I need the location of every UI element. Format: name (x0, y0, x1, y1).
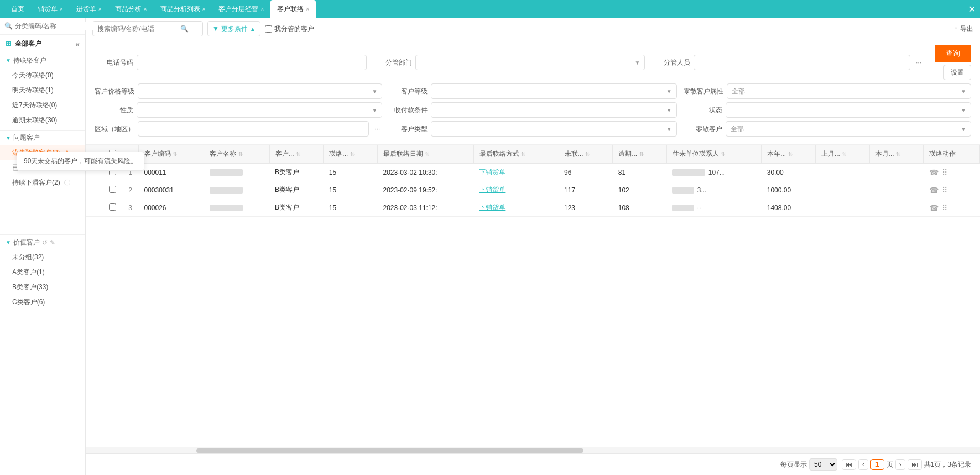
th-this-month[interactable]: 本月... ⇅ (869, 145, 924, 164)
th-last-method[interactable]: 最后联络方式 ⇅ (473, 145, 559, 164)
settings-button[interactable]: 设置 (943, 65, 971, 80)
sidebar-item-tomorrow[interactable]: 明天待联络(1) (0, 83, 85, 98)
th-overdue[interactable]: 逾期... ⇅ (613, 145, 667, 164)
tab-analysis-table[interactable]: 商品分析列表 × (154, 0, 212, 18)
last-page-btn[interactable]: ⏭ (908, 459, 922, 470)
tab-sales-close[interactable]: × (60, 6, 63, 12)
sort-icon-last-date[interactable]: ⇅ (425, 151, 429, 157)
payment-arrow: ▼ (666, 107, 672, 113)
sidebar-group-pending[interactable]: ▼ 待联络客户 (0, 53, 85, 68)
tab-analysis-close[interactable]: × (144, 6, 147, 12)
sort-icon-unit[interactable]: ⇅ (721, 151, 725, 157)
tab-customer-contact[interactable]: 客户联络 × (270, 0, 316, 18)
td-checkbox-3[interactable] (103, 199, 122, 217)
sort-icon-last-method[interactable]: ⇅ (521, 151, 525, 157)
th-level[interactable]: 客户... ⇅ (269, 145, 324, 164)
sort-icon-tmonth[interactable]: ⇅ (896, 151, 900, 157)
payment-select[interactable]: ▼ (431, 102, 676, 118)
sidebar-item-week[interactable]: 近7天待联络(0) (0, 98, 85, 113)
th-code[interactable]: 客户编码 ⇅ (139, 145, 204, 164)
sidebar-item-overdue-contact[interactable]: 逾期未联络(30) (0, 113, 85, 128)
row-checkbox-3[interactable] (109, 203, 116, 211)
row-checkbox-2[interactable] (109, 186, 116, 193)
first-page-btn[interactable]: ⏮ (842, 459, 856, 470)
edit-icon-valued[interactable]: ✎ (50, 239, 55, 247)
sidebar-item-declining[interactable]: 持续下滑客户(2) ⓘ (0, 175, 85, 190)
sidebar-search-input[interactable] (15, 22, 98, 30)
sidebar-group-valued[interactable]: ▼ 价值客户 ↺ ✎ (0, 235, 85, 250)
sort-icon-level[interactable]: ⇅ (296, 151, 300, 157)
td-checkbox-2[interactable] (103, 181, 122, 199)
nature-select[interactable]: ▼ (137, 102, 382, 118)
sort-icon-overdue[interactable]: ⇅ (639, 151, 644, 157)
td-last-method-1[interactable]: 下销货单 (473, 164, 559, 181)
th-not-contacted[interactable]: 未联... ⇅ (559, 145, 613, 164)
price-level-select[interactable]: ▼ (138, 83, 382, 99)
tab-purchase-close[interactable]: × (98, 6, 102, 12)
sort-icon-code[interactable]: ⇅ (173, 151, 177, 157)
my-customers-checkbox[interactable]: 我分管的客户 (265, 24, 314, 34)
sidebar-collapse-btn[interactable]: « (75, 40, 80, 49)
sort-icon-not-contacted[interactable]: ⇅ (585, 151, 590, 157)
tab-purchase[interactable]: 进货单 × (70, 0, 108, 18)
sidebar-group-problem[interactable]: ▼ 问题客户 (0, 131, 85, 145)
sidebar-item-class-b[interactable]: B类客户(33) (0, 280, 85, 295)
phone-input[interactable] (137, 55, 367, 70)
manager-select[interactable] (694, 55, 910, 70)
th-contact[interactable]: 联络... ⇅ (324, 145, 378, 164)
sidebar-item-today[interactable]: 今天待联络(0) (0, 68, 85, 83)
phone-action-icon-2[interactable]: ☎ (929, 186, 939, 195)
th-this-year[interactable]: 本年... ⇅ (762, 145, 816, 164)
sidebar-all-customers[interactable]: ⊞ 全部客户 « (0, 35, 85, 53)
phone-action-icon-3[interactable]: ☎ (929, 203, 939, 212)
th-last-month[interactable]: 上月... ⇅ (815, 145, 869, 164)
status-select[interactable]: ▼ (726, 102, 971, 118)
region-dots[interactable]: ··· (372, 125, 382, 133)
zero-customer-select[interactable]: 全部 ▼ (726, 121, 971, 137)
more-action-icon-1[interactable]: ⠿ (942, 168, 947, 177)
td-last-method-2[interactable]: 下销货单 (473, 181, 559, 199)
sort-icon-lmonth[interactable]: ⇅ (842, 151, 846, 157)
horizontal-scrollbar[interactable] (86, 447, 980, 453)
tab-home[interactable]: 首页 (4, 0, 31, 18)
phone-action-icon-1[interactable]: ☎ (929, 168, 939, 177)
sidebar-item-class-a[interactable]: A类客户(1) (0, 265, 85, 280)
per-page-select[interactable]: 50 20 100 (809, 458, 837, 471)
td-last-date-3: 2023-02-03 11:12: (378, 199, 474, 217)
more-action-icon-3[interactable]: ⠿ (942, 203, 947, 212)
next-page-btn[interactable]: › (895, 459, 905, 470)
tab-customer-contact-close[interactable]: × (306, 6, 309, 12)
tab-customer-tier-close[interactable]: × (260, 6, 264, 12)
td-last-method-3[interactable]: 下销货单 (473, 199, 559, 217)
th-unit-contact[interactable]: 往来单位联系人 ⇅ (666, 145, 761, 164)
th-last-date[interactable]: 最后联络日期 ⇅ (378, 145, 474, 164)
tab-analysis[interactable]: 商品分析 × (108, 0, 154, 18)
prev-page-btn[interactable]: ‹ (858, 459, 868, 470)
tab-analysis-table-close[interactable]: × (202, 6, 206, 12)
region-select[interactable] (138, 121, 369, 137)
sidebar-item-class-c[interactable]: C类客户(6) (0, 295, 85, 310)
more-action-icon-2[interactable]: ⠿ (942, 186, 947, 195)
export-btn[interactable]: ↑ 导出 (954, 24, 973, 34)
filter-search-input[interactable] (97, 25, 180, 33)
th-name[interactable]: 客户名称 ⇅ (204, 145, 269, 164)
hscroll-thumb[interactable] (196, 448, 583, 453)
customer-level-select[interactable]: ▼ (431, 83, 676, 99)
tab-sales[interactable]: 销货单 × (31, 0, 70, 18)
manager-dots[interactable]: ··· (914, 59, 924, 66)
filter-search-icon[interactable]: 🔍 (180, 25, 189, 33)
tab-customer-tier[interactable]: 客户分层经营 × (212, 0, 270, 18)
sort-icon-name[interactable]: ⇅ (238, 151, 243, 157)
dept-select[interactable]: ▼ (415, 55, 645, 70)
adv-filter-phone: 电话号码 (95, 55, 367, 70)
more-conditions-btn[interactable]: ▼ 更多条件 ▲ (207, 21, 260, 36)
query-button[interactable]: 查询 (935, 45, 971, 62)
customer-type-select[interactable]: ▼ (431, 121, 676, 137)
close-window-btn[interactable]: ✕ (968, 4, 976, 14)
my-customers-check[interactable] (265, 25, 272, 33)
sort-icon-contact[interactable]: ⇅ (350, 151, 355, 157)
zero-attr-select[interactable]: 全部 ▼ (727, 83, 971, 99)
sidebar-item-ungrouped[interactable]: 未分组(32) (0, 250, 85, 265)
sort-icon-year[interactable]: ⇅ (788, 151, 793, 157)
refresh-icon-valued[interactable]: ↺ (42, 239, 48, 247)
